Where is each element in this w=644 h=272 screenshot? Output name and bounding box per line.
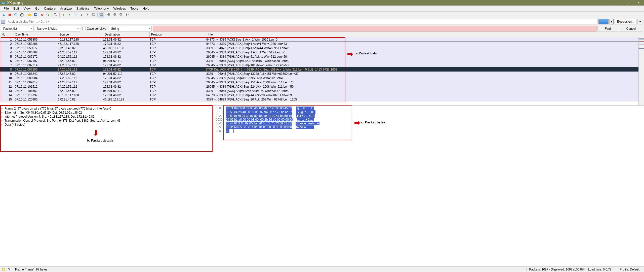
search-input[interactable]	[153, 26, 596, 31]
table-row[interactable]: 1207:16:11.10151294.201.52.112172.31.46.…	[0, 84, 644, 89]
packet-bytes-pane[interactable]: 000006 71 09 cb f8 02 06 48 80 e6 d7 20 …	[214, 106, 644, 153]
menu-go[interactable]: Go	[33, 6, 41, 11]
table-row[interactable]: 1307:16:11.101552172.31.46.8294.201.52.1…	[0, 89, 644, 93]
bookmark-icon[interactable]	[1, 20, 5, 24]
restart-capture-icon[interactable]	[13, 12, 19, 18]
go-first-icon[interactable]	[79, 12, 84, 18]
hex-line[interactable]: 003004 02 b1 a0 00 00 03 00 00 2b 26 e0 …	[216, 118, 642, 122]
detail-line[interactable]: Data (43 bytes)	[1, 123, 213, 127]
svg-line-6	[56, 15, 57, 16]
edit-icon[interactable]: ✎	[8, 267, 12, 271]
menu-file[interactable]: File	[2, 6, 11, 11]
col-src[interactable]: Source	[58, 32, 103, 37]
svg-line-15	[109, 15, 110, 16]
hex-line[interactable]: 005068 3d 68 65 6c 6c 6f 0d 0a 01 00 08 …	[216, 125, 642, 129]
display-filter-input[interactable]	[6, 19, 597, 24]
table-row[interactable]: 507:16:11.08717294.201.52.112172.31.46.8…	[0, 54, 644, 59]
hex-line[interactable]: 000006 71 09 cb f8 02 06 48 80 e6 d7 20 …	[216, 107, 642, 110]
col-proto[interactable]: Protocol	[150, 32, 206, 37]
auto-scroll-icon[interactable]	[91, 12, 96, 18]
search-type-combo[interactable]: String	[109, 26, 152, 31]
search-in-combo[interactable]: Packet list	[1, 26, 34, 31]
col-no[interactable]: No	[0, 32, 14, 37]
maximize-button[interactable]: ▢	[621, 0, 633, 6]
minimize-button[interactable]: ─	[610, 0, 621, 6]
svg-point-2	[21, 14, 22, 15]
table-row[interactable]: 207:16:11.05388646.183.117.188172.31.46.…	[0, 42, 644, 46]
menu-analyze[interactable]: Analyze	[58, 6, 74, 11]
svg-rect-13	[100, 15, 103, 16]
annotation-b: b. Packet details	[87, 138, 113, 143]
table-row[interactable]: 707:16:11.08721494.201.52.112172.31.46.8…	[0, 63, 644, 67]
filter-dropdown[interactable]: ▾	[610, 19, 614, 24]
save-file-icon[interactable]	[33, 12, 38, 18]
table-row[interactable]: 1107:16:11.08981794.201.52.112172.31.46.…	[0, 80, 644, 84]
status-frame: Frame (frame), 97 bytes	[15, 268, 48, 271]
menu-statistics[interactable]: Statistics	[74, 6, 91, 11]
open-file-icon[interactable]	[27, 12, 32, 18]
hex-line[interactable]: 001000 53 c4 29 40 00 65 06 d2 94 2e b7 …	[216, 110, 642, 114]
add-filter-button[interactable]: +	[637, 19, 643, 24]
col-dst[interactable]: Destination	[103, 32, 150, 37]
find-packet-icon[interactable]	[53, 12, 58, 18]
column-header: No Day Time Source Destination Protocol …	[0, 32, 644, 37]
capture-options-icon[interactable]	[19, 12, 25, 18]
table-row[interactable]: 107:16:11.05388646.183.117.188172.31.46.…	[0, 37, 644, 42]
minimap-scrollbar[interactable]	[638, 37, 644, 105]
case-sensitive-checkbox[interactable]: Case sensitive	[81, 27, 108, 30]
table-row[interactable]: 1007:16:11.08898494.201.52.112172.31.46.…	[0, 76, 644, 80]
find-button[interactable]: Find	[597, 26, 618, 31]
col-info[interactable]: Info	[206, 32, 644, 37]
close-button[interactable]: ✕	[633, 0, 644, 6]
svg-text:1: 1	[120, 14, 121, 15]
app-icon	[2, 1, 5, 5]
svg-point-5	[54, 13, 56, 15]
menu-capture[interactable]: Capture	[42, 6, 58, 11]
detail-line[interactable]: Ethernet II, Src: 06:48:80:e6:d7:20, Dst…	[1, 111, 213, 115]
expression-button[interactable]: Expression...	[615, 19, 636, 24]
packet-details-pane[interactable]: Frame 2: 97 bytes on wire (776 bits), 97…	[0, 106, 214, 153]
menu-tools[interactable]: Tools	[128, 6, 140, 11]
zoom-in-icon[interactable]	[106, 12, 112, 18]
charset-combo[interactable]: Narrow & Wide	[35, 26, 80, 31]
menu-telephony[interactable]: Telephony	[92, 6, 111, 11]
cancel-button[interactable]: Cancel	[619, 26, 643, 31]
go-forward-icon[interactable]	[67, 12, 72, 18]
go-to-packet-icon[interactable]	[73, 12, 78, 18]
hex-line[interactable]: 00202e 52 fd 69 0d 3d c7 a9 b5 de 21 e9 …	[216, 114, 642, 118]
menu-edit[interactable]: Edit	[11, 6, 21, 11]
table-row[interactable]: 407:16:11.08678294.201.52.112172.31.46.8…	[0, 50, 644, 54]
detail-line[interactable]: Frame 2: 97 bytes on wire (776 bits), 97…	[1, 107, 213, 111]
svg-rect-0	[9, 14, 11, 16]
go-back-icon[interactable]	[61, 12, 66, 18]
expert-info-icon[interactable]	[2, 268, 5, 271]
hex-line[interactable]: 006000.	[216, 129, 642, 133]
table-row[interactable]: 1507:16:11.120985172.31.46.8246.183.117.…	[0, 97, 644, 101]
table-row[interactable]: 607:16:11.087197172.31.46.8294.201.52.11…	[0, 59, 644, 63]
status-profile[interactable]: Profile: Default	[617, 268, 642, 271]
zoom-out-icon[interactable]	[112, 12, 118, 18]
menu-view[interactable]: View	[21, 6, 32, 11]
statusbar: ✎ Frame (frame), 97 bytes Packets: 1097 …	[0, 266, 644, 272]
stop-capture-icon[interactable]	[7, 12, 13, 18]
svg-rect-10	[92, 13, 95, 15]
menu-help[interactable]: Help	[141, 6, 151, 11]
start-capture-icon[interactable]	[1, 12, 7, 18]
table-row[interactable]: 307:16:11.059077172.31.46.8246.183.117.1…	[0, 46, 644, 50]
colorize-icon[interactable]	[99, 12, 104, 18]
svg-rect-12	[100, 14, 103, 15]
go-last-icon[interactable]	[85, 12, 90, 18]
resize-columns-icon[interactable]	[125, 12, 130, 18]
apply-filter-button[interactable]: →	[598, 19, 609, 24]
detail-line[interactable]: Transmission Control Protocol, Src Port:…	[1, 119, 213, 123]
zoom-reset-icon[interactable]: 1	[118, 12, 124, 18]
table-row[interactable]: 1407:16:11.11679746.183.117.188172.31.46…	[0, 93, 644, 97]
table-row[interactable]: 907:16:11.088342172.31.46.8294.201.52.11…	[0, 72, 644, 76]
menu-wireless[interactable]: Wireless	[111, 6, 128, 11]
detail-line[interactable]: Internet Protocol Version 4, Src: 46.183…	[1, 115, 213, 119]
table-row[interactable]: 807:16:11.08728694.201.52.112172.31.46.8…	[0, 67, 644, 72]
col-time[interactable]: Day Time	[14, 32, 58, 37]
close-file-icon[interactable]	[39, 12, 45, 18]
hex-line[interactable]: 004000 43 6f 6f 6b 69 65 3a 20 6d 73 74 …	[216, 122, 642, 125]
reload-icon[interactable]	[45, 12, 51, 18]
